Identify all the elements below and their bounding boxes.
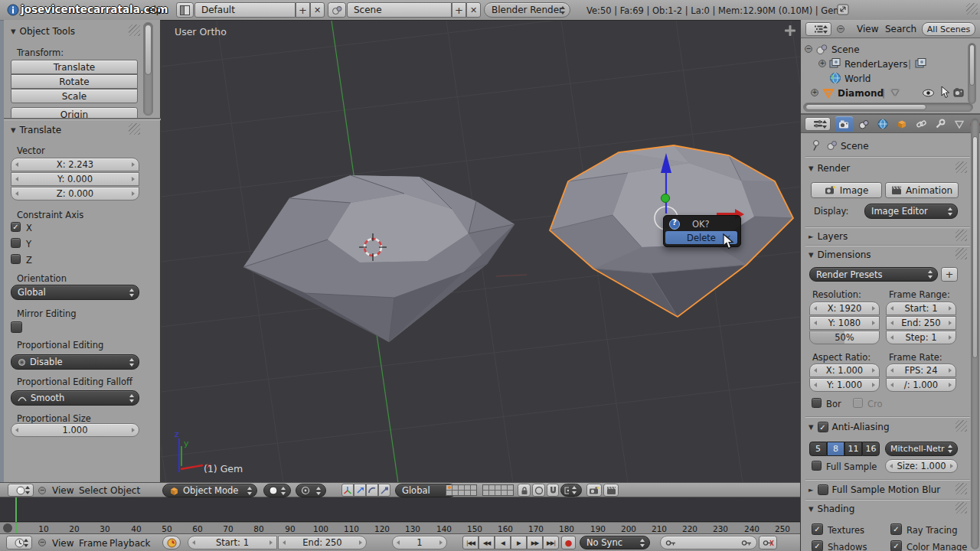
toolshelf-scrollbar-thumb[interactable] — [145, 24, 152, 75]
tab-scene[interactable] — [854, 116, 872, 132]
tree-item-diamond[interactable]: Diamond — [838, 88, 884, 99]
ruler-tick[interactable]: 230 — [713, 524, 728, 533]
collapse-scene-icon[interactable]: − — [805, 45, 812, 53]
editor-type-dropdown[interactable] — [8, 484, 34, 497]
ruler-tick[interactable]: 90 — [285, 524, 295, 533]
aspect-x-field[interactable]: X: 1.000 — [809, 364, 880, 377]
ruler-tick[interactable]: 120 — [374, 524, 390, 533]
border-checkbox[interactable] — [812, 398, 822, 408]
breadcrumb-scene[interactable]: Scene — [841, 141, 869, 152]
editor-type-dropdown[interactable] — [805, 22, 831, 36]
layer-cell[interactable] — [465, 491, 470, 495]
fsmb-panel-header[interactable]: ► Full Sample Motion Blur — [808, 484, 940, 495]
frame-start-field[interactable]: Start: 1 — [188, 536, 277, 549]
pin-icon[interactable] — [810, 139, 822, 152]
play-button[interactable]: ▶ — [511, 536, 527, 549]
selectable-pointer-icon[interactable] — [940, 86, 951, 99]
scale-button[interactable]: Scale — [11, 89, 138, 103]
resolution-y-field[interactable]: Y: 1080 — [809, 316, 880, 330]
ruler-tick[interactable]: 240 — [744, 524, 760, 533]
fps-field[interactable]: FPS: 24 — [886, 364, 956, 377]
ruler-tick[interactable]: 180 — [559, 524, 574, 533]
ruler-tick[interactable]: 20 — [69, 524, 79, 533]
antialiasing-panel-header[interactable]: ▼ ✓ Anti-Aliasing — [808, 422, 890, 432]
aa-samples-11[interactable]: 11 — [844, 442, 862, 456]
timeline-frame-menu[interactable]: Frame — [79, 538, 107, 549]
constraint-x-checkbox[interactable]: ✓ — [11, 222, 21, 232]
ruler-tick[interactable]: 80 — [253, 524, 263, 533]
viewport-3d[interactable]: z y x User Ortho (1) Gem ? OK? Delete ✕ — [161, 20, 800, 482]
timeline-playback-menu[interactable]: Playback — [109, 538, 151, 549]
properties-scrollbar-thumb[interactable] — [972, 136, 978, 358]
layer-cell[interactable] — [501, 485, 507, 490]
outliner-search-menu[interactable]: Search — [885, 24, 916, 34]
screen-layout-icon-button[interactable] — [176, 2, 194, 18]
tree-item-renderlayers[interactable]: RenderLayers — [844, 59, 907, 70]
add-layout-button[interactable]: + — [296, 2, 310, 18]
raytracing-checkbox[interactable]: ✓ — [890, 523, 902, 535]
viewport-shading-dropdown[interactable] — [263, 484, 291, 497]
aa-samples-8[interactable]: 8 — [827, 442, 844, 456]
translate-button[interactable]: Translate — [11, 60, 138, 74]
layer-cell-active[interactable] — [446, 485, 452, 490]
ruler-tick[interactable]: 150 — [467, 524, 482, 533]
ruler-tick[interactable]: 210 — [652, 524, 667, 533]
layer-cell[interactable] — [471, 485, 476, 490]
aspect-y-field[interactable]: Y: 1.000 — [809, 378, 880, 392]
gem-mesh-left[interactable] — [243, 175, 514, 342]
tab-constraints[interactable] — [912, 116, 929, 132]
frame-step-field[interactable]: Step: 1 — [886, 331, 956, 344]
ruler-tick[interactable]: 40 — [131, 524, 141, 533]
orientation-dropdown[interactable]: Global — [11, 285, 139, 300]
outliner-hscrollbar-thumb[interactable] — [805, 104, 926, 110]
editor-type-dropdown[interactable] — [805, 117, 831, 131]
layer-grid-right[interactable] — [482, 484, 514, 496]
ruler-tick[interactable]: 110 — [344, 524, 359, 533]
dimensions-panel-header[interactable]: ▼ Dimensions — [808, 249, 871, 260]
timeline-view-menu[interactable]: View — [52, 538, 74, 549]
layer-cell[interactable] — [483, 485, 488, 490]
layer-cell[interactable] — [452, 485, 458, 490]
region-divider[interactable] — [4, 118, 161, 119]
proportional-size-field[interactable]: 1.000 — [11, 423, 139, 437]
collapse-triangle-icon[interactable]: ▼ — [11, 126, 16, 134]
render-opengl-button[interactable] — [586, 484, 602, 497]
ruler-tick[interactable]: 100 — [313, 524, 328, 533]
window-duplicate-icon[interactable] — [836, 3, 851, 17]
fps-base-field[interactable]: /: 1.000 — [886, 378, 956, 392]
textures-checkbox[interactable]: ✓ — [812, 523, 823, 535]
delete-keyframe-button[interactable] — [759, 536, 777, 549]
render-engine-dropdown[interactable]: Blender Render — [484, 2, 570, 18]
expand-renderlayers-icon[interactable]: + — [818, 60, 826, 67]
timeline-ruler[interactable]: 10 20 30 40 50 60 70 80 90 100 110 120 1… — [0, 522, 800, 533]
ruler-tick[interactable]: 140 — [436, 524, 452, 533]
view-menu[interactable]: View — [52, 485, 74, 496]
layer-cell[interactable] — [446, 491, 452, 495]
collapse-triangle-icon[interactable]: ▼ — [808, 251, 814, 259]
collapse-triangle-icon[interactable]: ▼ — [808, 165, 814, 172]
panel-drag-grip[interactable] — [956, 248, 967, 259]
fsmb-checkbox[interactable] — [818, 484, 828, 495]
proportional-edit-toggle[interactable] — [532, 484, 545, 497]
layer-cell[interactable] — [508, 485, 513, 490]
collapse-menus-icon[interactable]: − — [837, 25, 844, 33]
prev-keyframe-button[interactable]: ◀◀ — [479, 536, 495, 549]
scene-name-field[interactable]: Scene — [347, 2, 452, 18]
rotate-button[interactable]: Rotate — [11, 74, 138, 89]
falloff-dropdown[interactable]: Smooth — [11, 390, 139, 406]
render-opengl-anim-button[interactable] — [603, 484, 619, 497]
layer-cell[interactable] — [495, 485, 501, 490]
ruler-tick[interactable]: 190 — [590, 524, 606, 533]
scale-manipulator-toggle[interactable] — [378, 484, 390, 497]
constraint-y-checkbox[interactable] — [11, 238, 21, 248]
header-resize-grip[interactable] — [966, 3, 978, 15]
layer-cell[interactable] — [465, 485, 470, 490]
render-image-button[interactable]: Image — [811, 182, 882, 198]
mirror-editing-checkbox[interactable] — [11, 321, 22, 333]
select-menu[interactable]: Select — [79, 485, 107, 496]
jump-to-start-button[interactable]: |◀◀ — [462, 536, 479, 549]
tree-item-world[interactable]: World — [844, 73, 871, 84]
panel-drag-grip[interactable] — [129, 123, 140, 135]
layer-grid-left[interactable] — [446, 484, 477, 496]
sync-dropdown[interactable]: No Sync — [580, 536, 650, 549]
